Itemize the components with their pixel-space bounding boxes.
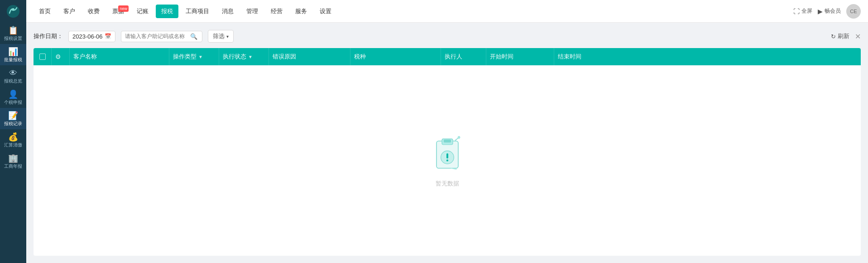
select-all-checkbox[interactable] — [39, 54, 46, 60]
empty-state: 暂无数据 — [411, 115, 484, 206]
main-area: 首页 客户 收费 票据 new 记账 报税 工商项目 消息 管理 经营 服务 设… — [26, 0, 868, 263]
settlement-icon: 💰 — [8, 133, 18, 141]
op-type-column-header: 操作类型 ▼ — [169, 48, 219, 65]
sidebar-item-personal-tax[interactable]: 👤 个税申报 — [0, 87, 26, 108]
sidebar-item-label: 工商年报 — [4, 164, 22, 169]
date-value: 2023-06-06 — [72, 33, 103, 40]
nav-tax[interactable]: 报税 — [156, 5, 178, 18]
sidebar-item-label: 报税记录 — [4, 121, 22, 127]
start-time-column-header: 开始时间 — [486, 48, 554, 65]
nav-customer[interactable]: 客户 — [58, 5, 81, 18]
sidebar-item-settlement[interactable]: 💰 汇算清缴 — [0, 129, 26, 151]
exec-status-column-header: 执行状态 ▼ — [219, 48, 269, 65]
nav-service[interactable]: 服务 — [290, 5, 312, 18]
empty-illustration — [429, 133, 465, 174]
refresh-label: 刷新 — [838, 32, 849, 40]
refresh-icon: ↻ — [831, 33, 836, 40]
sidebar-item-batch-tax[interactable]: 📊 批量报税 — [0, 44, 26, 65]
toolbar: 操作日期： 2023-06-06 📅 🔍 筛选 ▾ ↻ 刷新 — [34, 30, 861, 43]
tax-records-icon: 📝 — [8, 112, 18, 120]
executor-column-header: 执行人 — [441, 48, 486, 65]
table-header: ⚙ 客户名称 操作类型 ▼ 执行状态 ▼ 错误原因 — [34, 48, 861, 65]
nav-finance[interactable]: 经营 — [265, 5, 288, 18]
member-button[interactable]: ▶ 畅会员 — [818, 7, 841, 15]
svg-point-9 — [458, 136, 460, 139]
date-picker[interactable]: 2023-06-06 📅 — [68, 31, 115, 42]
settings-column-header[interactable]: ⚙ — [52, 48, 70, 65]
sidebar-item-label: 个税申报 — [4, 100, 22, 105]
content-area: 操作日期： 2023-06-06 📅 🔍 筛选 ▾ ↻ 刷新 — [26, 23, 868, 263]
member-icon: ▶ — [818, 8, 823, 15]
new-badge: new — [118, 5, 129, 12]
date-label: 操作日期： — [34, 32, 63, 40]
customer-column-header: 客户名称 — [70, 48, 169, 65]
filter-icon[interactable]: ▼ — [198, 54, 203, 59]
calendar-icon: 📅 — [105, 33, 111, 39]
close-button[interactable]: ✕ — [855, 32, 861, 41]
annual-report-icon: 🏢 — [8, 154, 18, 162]
tax-settings-icon: 📋 — [8, 26, 18, 34]
nav-message[interactable]: 消息 — [216, 5, 239, 18]
svg-rect-7 — [446, 160, 448, 161]
personal-tax-icon: 👤 — [8, 90, 18, 98]
refresh-button[interactable]: ↻ 刷新 — [831, 32, 849, 40]
sidebar-item-label: 报税总览 — [4, 78, 22, 84]
end-time-column-header: 结束时间 — [554, 48, 609, 65]
sidebar-logo — [0, 0, 26, 23]
filter-button[interactable]: 筛选 ▾ — [208, 30, 234, 43]
filter-icon[interactable]: ▼ — [248, 54, 253, 59]
sidebar-item-label: 报税设置 — [4, 36, 22, 41]
batch-tax-icon: 📊 — [8, 48, 18, 56]
nav-settings[interactable]: 设置 — [314, 5, 337, 18]
topnav-right: ⛶ 全屏 ▶ 畅会员 CE — [793, 4, 861, 19]
svg-rect-6 — [446, 153, 448, 158]
table-body: 暂无数据 — [34, 65, 861, 256]
fullscreen-icon: ⛶ — [793, 8, 800, 15]
fullscreen-button[interactable]: ⛶ 全屏 — [793, 7, 812, 15]
chevron-down-icon: ▾ — [226, 34, 229, 39]
sidebar-item-tax-records[interactable]: 📝 报税记录 — [0, 108, 26, 129]
svg-rect-4 — [444, 140, 451, 142]
error-reason-column-header: 错误原因 — [269, 48, 350, 65]
svg-point-0 — [7, 5, 19, 18]
avatar[interactable]: CE — [846, 4, 861, 19]
nav-accounting[interactable]: 记账 — [131, 5, 154, 18]
nav-management[interactable]: 管理 — [241, 5, 264, 18]
search-input[interactable] — [125, 33, 188, 39]
topnav-items: 首页 客户 收费 票据 new 记账 报税 工商项目 消息 管理 经营 服务 设… — [34, 5, 793, 18]
sidebar: 📋 报税设置 📊 批量报税 👁 报税总览 👤 个税申报 📝 报税记录 💰 汇算清… — [0, 0, 26, 263]
search-icon[interactable]: 🔍 — [190, 33, 197, 40]
table-container: ⚙ 客户名称 操作类型 ▼ 执行状态 ▼ 错误原因 — [34, 48, 861, 256]
nav-invoice[interactable]: 票据 new — [107, 5, 129, 18]
tax-type-column-header: 税种 — [350, 48, 441, 65]
nav-home[interactable]: 首页 — [34, 5, 56, 18]
checkbox-column-header[interactable] — [34, 48, 52, 65]
empty-text: 暂无数据 — [436, 180, 459, 188]
filter-label: 筛选 — [213, 32, 225, 40]
sidebar-item-label: 批量报税 — [4, 57, 22, 63]
tax-overview-icon: 👁 — [9, 69, 17, 77]
sidebar-item-annual-report[interactable]: 🏢 工商年报 — [0, 151, 26, 172]
settings-icon[interactable]: ⚙ — [55, 53, 61, 60]
svg-point-1 — [12, 8, 14, 11]
sidebar-item-tax-settings[interactable]: 📋 报税设置 — [0, 23, 26, 44]
sidebar-item-tax-overview[interactable]: 👁 报税总览 — [0, 65, 26, 87]
nav-business[interactable]: 工商项目 — [180, 5, 215, 18]
nav-billing[interactable]: 收费 — [82, 5, 105, 18]
topnav: 首页 客户 收费 票据 new 记账 报税 工商项目 消息 管理 经营 服务 设… — [26, 0, 868, 23]
page: 操作日期： 2023-06-06 📅 🔍 筛选 ▾ ↻ 刷新 — [26, 23, 868, 263]
search-box: 🔍 — [121, 31, 202, 42]
sidebar-item-label: 汇算清缴 — [4, 142, 22, 148]
